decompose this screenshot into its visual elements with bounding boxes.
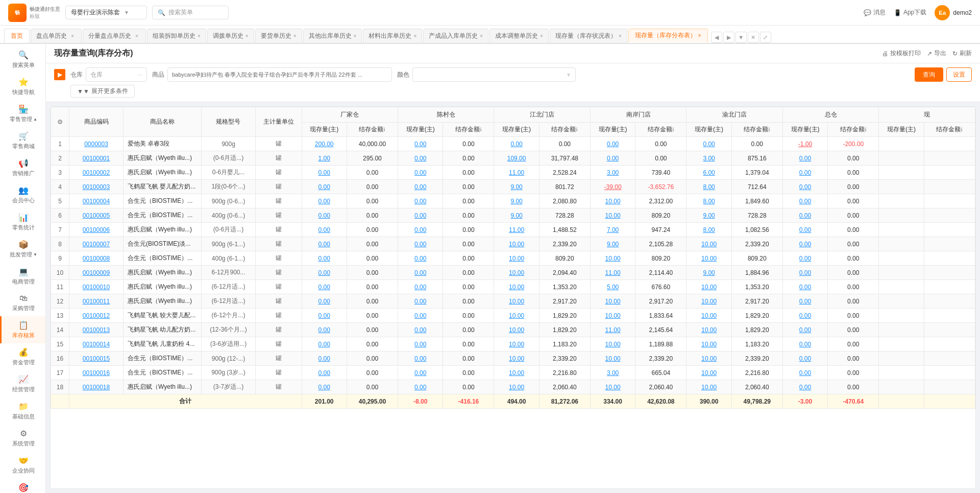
sidebar-item-finance[interactable]: 💰 资金管理 bbox=[0, 343, 45, 370]
tab-item-transfer[interactable]: 调拨单历史 × bbox=[207, 29, 254, 43]
tab-item-product-in[interactable]: 产成品入库单历史 × bbox=[423, 29, 488, 43]
nanan-qty-header: 现存量(主) bbox=[590, 123, 635, 137]
col-chen-header: 陈村仓 bbox=[398, 107, 494, 123]
print-btn[interactable]: 🖨 按模板打印 bbox=[882, 49, 921, 58]
tab-home[interactable]: 首页 bbox=[4, 29, 30, 43]
tab-close-material[interactable]: × bbox=[413, 33, 416, 39]
chen-qty-header: 现存量(主) bbox=[398, 123, 443, 137]
ecom-icon: 💻 bbox=[18, 267, 29, 276]
tab-close-stock-status[interactable]: × bbox=[619, 33, 622, 39]
tab-close-split[interactable]: × bbox=[133, 33, 140, 40]
purchase-icon: 🛍 bbox=[19, 294, 28, 303]
col-current-header: 现 bbox=[879, 107, 975, 123]
table-row: 4 00100003 飞鹤星飞帆 婴儿配方奶... 1段(0-6个...) 罐 … bbox=[51, 180, 975, 194]
goods-input[interactable]: babycare孕妇待产包 春季入院全套母子组合孕妇产后冬季月子用品 22件套 … bbox=[167, 67, 392, 82]
tab-bar: 首页 盘点单历史 × 分量盘点单历史 × 组装拆卸单历史 × 调拨单历史 × 要… bbox=[0, 26, 980, 44]
table-row: 3 00100002 惠氏启赋（Wyeth illu...) 0-6月婴儿...… bbox=[51, 166, 975, 180]
table-row: 13 00100012 飞鹤星飞帆 较大婴儿配... (6-12个月...) 罐… bbox=[51, 309, 975, 323]
table-row: 5 00100004 合生元（BIOSTIME）... 900g (0-6...… bbox=[51, 194, 975, 208]
shortcut-nav-icon: ⭐ bbox=[18, 77, 29, 87]
industry-selector[interactable]: 母婴行业演示陈套 ▼ bbox=[65, 6, 147, 19]
sidebar-item-inventory[interactable]: 📋 库存核算 bbox=[0, 316, 45, 343]
warehouse-input[interactable]: 仓库 ··· bbox=[86, 67, 147, 82]
sidebar-item-purchase[interactable]: 🛍 采购管理 bbox=[0, 290, 45, 316]
page-header: 现存量查询(库存分布) 🖨 按模板打印 ↗ 导出 ↻ 刷新 bbox=[46, 44, 980, 63]
table-row: 8 00100007 合生元(BIOSTIME)淡... 900g (6-1..… bbox=[51, 237, 975, 251]
sidebar-item-system[interactable]: ⚙ 系统管理 bbox=[0, 425, 45, 452]
tab-item-split[interactable]: 分量盘点单历史 × bbox=[83, 29, 146, 43]
sidebar-item-wholesale[interactable]: 📦 批发管理▼ bbox=[0, 236, 45, 263]
tab-close-product-in[interactable]: × bbox=[480, 33, 483, 39]
finance-icon: 💰 bbox=[18, 347, 29, 357]
sidebar-item-retail-shop[interactable]: 🛒 零售商城 bbox=[0, 127, 45, 154]
sidebar-item-search[interactable]: 🔍 搜索英单 bbox=[0, 44, 45, 73]
tab-item-other-out[interactable]: 其他出库单历史 × bbox=[303, 29, 362, 43]
color-input[interactable]: ▼ bbox=[412, 67, 576, 82]
sidebar-item-operation[interactable]: 📈 经营管理 bbox=[0, 370, 45, 397]
tab-item-requisition[interactable]: 要货单历史 × bbox=[255, 29, 302, 43]
col-settings[interactable]: ⚙ bbox=[51, 107, 69, 137]
table-row: 12 00100011 惠氏启赋（Wyeth illu...) (6-12月适.… bbox=[51, 294, 975, 309]
tab-close-stock-dist[interactable]: × bbox=[698, 33, 701, 38]
tab-close-other-out[interactable]: × bbox=[354, 33, 357, 39]
tab-close-inventory-single[interactable]: × bbox=[69, 33, 76, 40]
inventory-icon: 📋 bbox=[18, 320, 29, 330]
tab-item-cost-adjust[interactable]: 成本调整单历史 × bbox=[489, 29, 549, 43]
guide-icon: 🎯 bbox=[18, 483, 29, 492]
col-goods-code-header: 商品编码 bbox=[69, 107, 124, 137]
sidebar-item-shortcut[interactable]: ⭐ 快捷导航 bbox=[0, 73, 45, 100]
sidebar-item-member[interactable]: 👥 会员中心 bbox=[0, 181, 45, 208]
refresh-icon: ↻ bbox=[952, 50, 958, 57]
tab-more-btn[interactable]: ▼ bbox=[736, 32, 747, 43]
logo-area: 畅 畅捷通好生意 标版 bbox=[8, 4, 60, 22]
app-download-btn[interactable]: 📱 App下载 bbox=[894, 8, 926, 17]
tab-next-btn[interactable]: ▶ bbox=[723, 32, 734, 43]
table-row: 17 00100016 合生元（BIOSTIME）... 900g (3岁...… bbox=[51, 366, 975, 380]
filter-bar: ▶ 仓库 仓库 ··· 商品 babycare孕妇待产包 春季入院全套母子组合孕… bbox=[46, 63, 980, 102]
logo-text: 畅捷通好生意 标版 bbox=[30, 6, 60, 20]
sidebar-item-guide[interactable]: 🎯 新手引导 bbox=[0, 479, 45, 493]
tab-item-inventory-single[interactable]: 盘点单历史 × bbox=[31, 29, 82, 43]
current-qty-header: 现存量(主) bbox=[879, 123, 924, 137]
tab-item-material[interactable]: 材料出库单历史 × bbox=[363, 29, 422, 43]
tab-close-cost-adjust[interactable]: × bbox=[540, 33, 543, 39]
search-button[interactable]: 查询 bbox=[915, 67, 943, 82]
export-icon: ↗ bbox=[927, 50, 932, 57]
export-btn[interactable]: ↗ 导出 bbox=[927, 49, 946, 58]
tab-prev-btn[interactable]: ◀ bbox=[711, 32, 722, 43]
refresh-btn[interactable]: ↻ 刷新 bbox=[952, 49, 972, 58]
col-spec-header: 规格型号 bbox=[202, 107, 256, 137]
tab-close-requisition[interactable]: × bbox=[293, 33, 297, 39]
table-row: 10 00100009 惠氏启赋（Wyeth illu...) 6-12月900… bbox=[51, 266, 975, 280]
message-btn[interactable]: 💬 消息 bbox=[864, 8, 886, 17]
tab-item-assembly[interactable]: 组装拆卸单历史 × bbox=[147, 29, 206, 43]
sidebar-item-basic[interactable]: 📁 基础信息 bbox=[0, 397, 45, 425]
settings-icon[interactable]: ⚙ bbox=[57, 119, 63, 126]
expand-more-btn[interactable]: ▼▼ 展开更多条件 bbox=[70, 85, 135, 98]
wholesale-icon: 📦 bbox=[18, 240, 29, 249]
tab-close-transfer[interactable]: × bbox=[246, 33, 249, 39]
yubei-amt-header: 结存金额ℹ bbox=[731, 123, 782, 137]
setting-button[interactable]: 设置 bbox=[946, 67, 972, 82]
col-total-header: 总仓 bbox=[782, 107, 878, 123]
tab-item-stock-dist[interactable]: 现存量（库存分布表） × bbox=[628, 29, 708, 43]
tab-close-assembly[interactable]: × bbox=[198, 33, 201, 39]
avatar: Ea bbox=[935, 5, 950, 20]
sidebar-item-retail-mgmt[interactable]: 🏪 零售管理▲ bbox=[0, 100, 45, 127]
data-table: ⚙ 商品编码 商品名称 规格型号 主计量单位 厂家仓 陈村仓 江北门店 南岸门店… bbox=[51, 107, 975, 409]
color-label: 颜色 bbox=[397, 71, 409, 79]
retail-mgmt-icon: 🏪 bbox=[18, 104, 29, 114]
jiangbei-amt-header: 结存金额ℹ bbox=[539, 123, 590, 137]
table-row: 14 00100013 飞鹤星飞帆 幼儿配方奶... (12-36个月...) … bbox=[51, 323, 975, 337]
sidebar-item-ecom[interactable]: 💻 电商管理 bbox=[0, 263, 45, 290]
search-english-input[interactable]: 🔍 搜索英单 bbox=[152, 6, 229, 19]
sidebar-item-retail-stats[interactable]: 📊 零售统计 bbox=[0, 208, 45, 236]
sidebar-item-marketing[interactable]: 📢 营销推广 bbox=[0, 154, 45, 181]
sidebar-item-enterprise[interactable]: 🤝 企业协同 bbox=[0, 452, 45, 479]
tab-fullscreen-btn[interactable]: ⤢ bbox=[760, 32, 771, 43]
retail-stats-icon: 📊 bbox=[18, 213, 29, 222]
tab-item-stock-status[interactable]: 现存量（库存状况表） × bbox=[550, 29, 627, 43]
user-area[interactable]: Ea demo2 bbox=[935, 5, 972, 20]
tab-close-all-btn[interactable]: ✕ bbox=[748, 32, 759, 43]
filter-expand-arrow[interactable]: ▶ bbox=[54, 69, 65, 80]
